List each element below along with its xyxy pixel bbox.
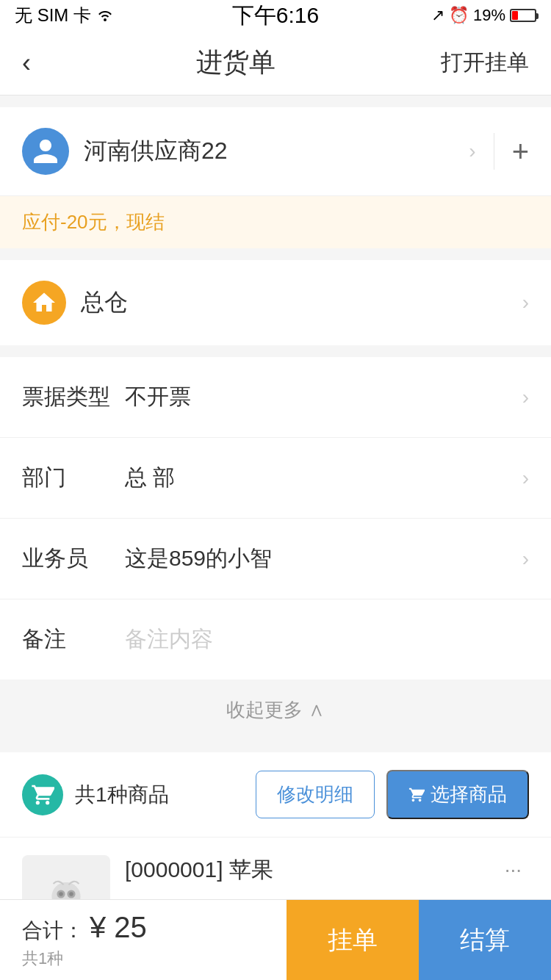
ticket-type-chevron-icon: ›	[522, 386, 529, 409]
remark-input[interactable]: 备注内容	[125, 624, 213, 655]
salesman-row[interactable]: 业务员 这是859的小智 ›	[0, 519, 551, 599]
product-name: [0000001] 苹果	[125, 855, 497, 885]
salesman-chevron-icon: ›	[522, 547, 529, 571]
svg-point-3	[59, 892, 63, 896]
total-label-text: 合计：	[22, 917, 84, 945]
notice-bar: 应付-20元，现结	[0, 196, 551, 248]
total-amount: ¥ 25	[90, 911, 147, 944]
supplier-row[interactable]: 河南供应商22 › +	[0, 107, 551, 196]
supplier-name: 河南供应商22	[84, 135, 469, 167]
product-icon	[22, 774, 63, 815]
edit-detail-button[interactable]: 修改明细	[256, 771, 375, 818]
alarm-icon: ⏰	[449, 6, 469, 25]
bottom-bar: 合计： ¥ 25 共1种 挂单 结算	[0, 899, 551, 980]
status-right: ↗ ⏰ 19%	[431, 6, 536, 25]
supplier-chevron-icon: ›	[469, 140, 475, 163]
wifi-icon	[97, 5, 113, 26]
remark-row[interactable]: 备注 备注内容	[0, 599, 551, 680]
status-time: 下午6:16	[232, 1, 319, 31]
warehouse-section: 总仓 ›	[0, 260, 551, 345]
total-label: 合计： ¥ 25	[22, 911, 264, 945]
hang-label: 挂单	[328, 923, 378, 957]
ticket-type-value: 不开票	[125, 382, 522, 412]
status-bar: 无 SIM 卡 下午6:16 ↗ ⏰ 19%	[0, 0, 551, 31]
supplier-section: 河南供应商22 › + 应付-20元，现结	[0, 107, 551, 248]
status-left: 无 SIM 卡	[15, 4, 113, 27]
collapse-label: 收起更多 ∧	[226, 699, 324, 721]
form-section: 票据类型 不开票 › 部门 总 部 › 业务员 这是859的小智 › 备注 备注…	[0, 357, 551, 680]
salesman-label: 业务员	[22, 544, 125, 574]
total-count: 共1种	[22, 948, 264, 970]
collapse-bar[interactable]: 收起更多 ∧	[0, 680, 551, 741]
warehouse-row[interactable]: 总仓 ›	[0, 260, 551, 345]
select-product-label: 选择商品	[431, 782, 507, 807]
add-button[interactable]: +	[512, 135, 529, 168]
department-chevron-icon: ›	[522, 466, 529, 490]
nav-bar: ‹ 进货单 打开挂单	[0, 31, 551, 96]
product-more-button[interactable]: ···	[497, 855, 529, 884]
product-code: [0000001] 苹果	[125, 857, 273, 882]
select-product-button[interactable]: 选择商品	[386, 770, 529, 819]
salesman-value: 这是859的小智	[125, 544, 522, 574]
product-header: 共1种商品 修改明细 选择商品	[0, 752, 551, 837]
ticket-type-label: 票据类型	[22, 382, 125, 412]
checkout-button[interactable]: 结算	[419, 900, 551, 981]
supplier-avatar	[22, 128, 69, 175]
battery-percent: 19%	[473, 6, 505, 25]
location-icon: ↗	[431, 6, 444, 25]
warehouse-icon	[22, 281, 66, 325]
divider	[494, 133, 494, 170]
remark-label: 备注	[22, 624, 125, 655]
warehouse-name: 总仓	[81, 287, 522, 319]
department-row[interactable]: 部门 总 部 ›	[0, 438, 551, 519]
notice-text: 应付-20元，现结	[22, 211, 165, 233]
back-button[interactable]: ‹	[22, 48, 31, 79]
battery-icon	[510, 9, 536, 22]
open-hang-button[interactable]: 打开挂单	[441, 48, 529, 78]
total-area: 合计： ¥ 25 共1种	[0, 911, 287, 970]
product-count: 共1种商品	[75, 781, 256, 809]
hang-button[interactable]: 挂单	[287, 900, 419, 981]
checkout-label: 结算	[460, 923, 510, 957]
ticket-type-row[interactable]: 票据类型 不开票 ›	[0, 357, 551, 438]
page-title: 进货单	[196, 45, 276, 81]
department-value: 总 部	[125, 463, 522, 493]
warehouse-chevron-icon: ›	[522, 291, 529, 314]
department-label: 部门	[22, 463, 125, 493]
carrier-text: 无 SIM 卡	[15, 4, 91, 27]
svg-point-4	[69, 892, 73, 896]
